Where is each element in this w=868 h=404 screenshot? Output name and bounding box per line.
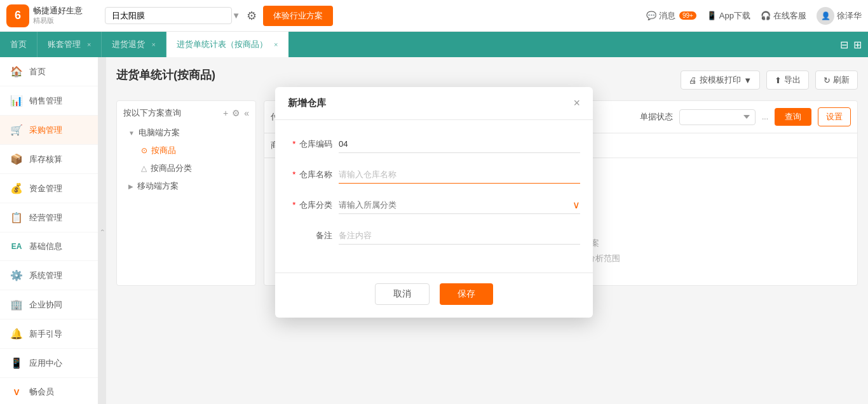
tab-purchase-return[interactable]: 进货退货 × [102, 32, 166, 57]
query-button[interactable]: 查询 [775, 108, 811, 126]
guide-icon: 🔔 [10, 328, 23, 340]
sidebar-item-appcenter[interactable]: 📱 应用中心 [0, 349, 98, 378]
add-scheme-btn[interactable]: + [223, 108, 228, 118]
export-button[interactable]: ⬆ 导出 [766, 71, 809, 90]
finance-icon: 💰 [10, 182, 23, 194]
form-row-name: * 仓库名称 [288, 166, 580, 184]
tree-sub-pc: ⊙ 按商品 △ 按商品分类 [123, 142, 249, 177]
operation-icon: 📋 [10, 212, 23, 224]
tab-purchase-return-close[interactable]: × [151, 41, 155, 48]
sidebar-item-sales[interactable]: 📊 销售管理 [0, 86, 98, 116]
home-icon: 🏠 [10, 65, 23, 77]
cancel-button[interactable]: 取消 [375, 283, 430, 305]
table-settings-btn[interactable]: 设置 [818, 107, 851, 126]
appcenter-icon: 📱 [10, 357, 23, 369]
member-icon: V [10, 387, 23, 397]
tab-purchase-stats-close[interactable]: × [274, 41, 278, 48]
header-search: ▼ ⚙ 体验行业方案 [105, 6, 646, 26]
tab-minimize-btn[interactable]: ⊟ [840, 39, 848, 51]
tree-label-pc: 电脑端方案 [139, 127, 180, 138]
left-panel: 按以下方案查询 + ⚙ « ▼ 电脑端方案 [116, 100, 256, 286]
sidebar-item-basic[interactable]: EA 基础信息 [0, 232, 98, 261]
remark-input[interactable] [339, 227, 580, 245]
user-avatar-area[interactable]: 👤 徐泽华 [817, 7, 862, 25]
tree-section-pc[interactable]: ▼ 电脑端方案 [123, 124, 249, 142]
remark-label: 备注 [288, 230, 339, 241]
category-input[interactable] [339, 196, 573, 213]
collapse-panel-btn[interactable]: « [244, 108, 249, 118]
panel-actions: + ⚙ « [223, 108, 249, 118]
panel-header: 按以下方案查询 + ⚙ « [123, 107, 249, 119]
tree-arrow-mobile: ▶ [128, 183, 133, 190]
modal-header: 新增仓库 × [275, 87, 593, 120]
header-right: 💬 消息 99+ 📱 App下载 🎧 在线客服 👤 徐泽华 [646, 7, 862, 25]
tree-sub-item-goods[interactable]: ⊙ 按商品 [136, 142, 249, 159]
export-icon: ⬆ [775, 76, 782, 85]
top-header: 6 畅捷通好生意 精易版 ▼ ⚙ 体验行业方案 💬 消息 9 [0, 0, 868, 32]
tab-purchase-stats[interactable]: 进货单统计表（按商品） × [166, 32, 288, 57]
category-dropdown-icon[interactable]: ∨ [573, 199, 580, 211]
sidebar: 🏠 首页 📊 销售管理 🛒 采购管理 📦 库存核算 💰 资金管理 [0, 57, 98, 404]
status-select[interactable] [679, 109, 756, 125]
sidebar-item-finance[interactable]: 💰 资金管理 [0, 174, 98, 203]
tree-section-mobile[interactable]: ▶ 移动端方案 [123, 177, 249, 195]
form-row-category: * 仓库分类 ∨ [288, 196, 580, 214]
tree-arrow-pc: ▼ [128, 130, 135, 137]
tab-expand-btn[interactable]: ⊞ [853, 39, 862, 51]
experience-button[interactable]: 体验行业方案 [263, 6, 333, 26]
refresh-button[interactable]: ↻ 刷新 [815, 71, 858, 90]
save-button[interactable]: 保存 [440, 283, 493, 305]
scheme-settings-btn[interactable]: ⚙ [232, 108, 240, 118]
tab-home-label: 首页 [10, 39, 27, 50]
tab-purchase-stats-label: 进货单统计表（按商品） [177, 39, 268, 50]
user-name: 徐泽华 [837, 10, 862, 22]
warehouse-code-input[interactable] [339, 135, 580, 153]
modal-close-button[interactable]: × [573, 97, 580, 109]
warehouse-name-input[interactable] [339, 166, 580, 184]
tab-home[interactable]: 首页 [0, 32, 37, 57]
sidebar-item-guide[interactable]: 🔔 新手引导 [0, 320, 98, 349]
new-warehouse-modal: 新增仓库 × * 仓库编码 * 仓库名称 [275, 87, 593, 318]
tree-label-mobile: 移动端方案 [137, 180, 179, 192]
category-label: * 仓库分类 [288, 199, 339, 211]
tree-sub-item-category[interactable]: △ 按商品分类 [136, 159, 249, 177]
search-dropdown-btn[interactable]: ▼ [232, 11, 240, 20]
print-button[interactable]: 🖨 按模板打印 ▼ [681, 71, 760, 90]
logo-sub: 精易版 [33, 16, 83, 25]
scheme-icon: △ [141, 164, 147, 173]
sidebar-item-enterprise[interactable]: 🏢 企业协同 [0, 290, 98, 320]
search-input[interactable] [105, 7, 232, 24]
logo-area: 6 畅捷通好生意 精易版 [6, 4, 105, 27]
form-row-code: * 仓库编码 [288, 135, 580, 153]
page-title: 进货单统计(按商品) [116, 67, 215, 83]
sidebar-item-system[interactable]: ⚙️ 系统管理 [0, 261, 98, 290]
more-fields-btn[interactable]: ... [762, 112, 768, 121]
modal-footer: 取消 保存 [275, 273, 593, 318]
name-label: * 仓库名称 [288, 169, 339, 180]
tab-accounts-close[interactable]: × [87, 41, 91, 48]
active-scheme-icon: ⊙ [141, 146, 147, 155]
sidebar-item-inventory[interactable]: 📦 库存核算 [0, 145, 98, 174]
online-service-item[interactable]: 🎧 在线客服 [761, 10, 806, 22]
form-row-remark: 备注 [288, 227, 580, 245]
purchase-icon: 🛒 [10, 124, 23, 136]
headset-icon: 🎧 [761, 11, 771, 20]
message-badge: 99+ [679, 11, 696, 20]
sidebar-item-purchase[interactable]: 🛒 采购管理 [0, 116, 98, 145]
sidebar-collapse-btn[interactable]: ‹ [98, 57, 106, 404]
refresh-icon: ↻ [824, 76, 831, 85]
tab-spacer [288, 32, 834, 57]
logo-text: 畅捷通好生意 [33, 6, 83, 17]
sidebar-item-member[interactable]: V 畅会员 [0, 378, 98, 404]
toolbar-right: 🖨 按模板打印 ▼ ⬆ 导出 ↻ 刷新 [681, 71, 858, 90]
message-item[interactable]: 💬 消息 99+ [646, 10, 696, 22]
app-download-item[interactable]: 📱 App下载 [707, 10, 750, 22]
settings-icon-btn[interactable]: ⚙ [247, 9, 257, 23]
tab-accounts[interactable]: 账套管理 × [37, 32, 102, 57]
logo-icon: 6 [6, 4, 29, 27]
modal-overlay: 6 畅捷通好生意 精易版 ▼ ⚙ 体验行业方案 💬 消息 9 [0, 0, 868, 404]
message-icon: 💬 [646, 11, 656, 20]
sidebar-item-home[interactable]: 🏠 首页 [0, 57, 98, 86]
tab-purchase-return-label: 进货退货 [112, 39, 145, 50]
sidebar-item-operation[interactable]: 📋 经营管理 [0, 203, 98, 232]
